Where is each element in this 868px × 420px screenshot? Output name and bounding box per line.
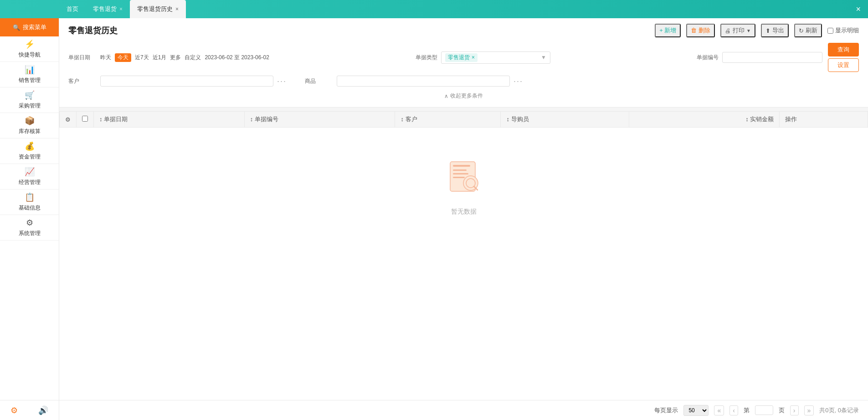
toolbar: + 新增 🗑 删除 🖨 🖨 打印 打印 ▼ ⬆ 导出 ↻ 刷新 (655, 24, 859, 37)
sidebar-item-finance[interactable]: 💰 资金管理 (0, 138, 59, 164)
th-guide[interactable]: ↕ 导购员 (501, 112, 629, 128)
show-detail-checkbox-label[interactable]: 显示明细 (827, 26, 859, 35)
empty-state: 暂无数据 (60, 128, 868, 243)
content-area: 零售退货历史 + 新增 🗑 删除 🖨 🖨 打印 打印 ▼ ⬆ 导出 (59, 18, 868, 420)
export-icon: ⬆ (765, 27, 770, 34)
audio-bottom-icon[interactable]: 🔊 (38, 405, 48, 415)
export-button[interactable]: ⬆ 导出 (761, 24, 789, 37)
th-bill-no[interactable]: ↕ 单据编号 (244, 112, 395, 128)
delete-button[interactable]: 🗑 删除 (686, 24, 715, 37)
date-shortcut-1month[interactable]: 近1月 (153, 54, 167, 61)
th-customer[interactable]: ↕ 客户 (395, 112, 501, 128)
sidebar-item-system[interactable]: ⚙ 系统管理 (0, 215, 59, 241)
bill-type-dropdown-icon: ▼ (541, 54, 546, 61)
inventory-icon: 📦 (25, 116, 35, 126)
sidebar-item-basic-info[interactable]: 📋 基础信息 (0, 190, 59, 215)
close-tab-retail-return-history[interactable]: × (175, 6, 179, 12)
th-date[interactable]: ↕ 单据日期 (94, 112, 245, 128)
sidebar-item-purchase[interactable]: 🛒 采购管理 (0, 87, 59, 113)
close-tab-retail-return[interactable]: × (119, 6, 123, 12)
table-container: ⚙ ↕ 单据日期 ↕ 单据编号 (59, 111, 868, 400)
first-page-button[interactable]: « (714, 405, 724, 415)
bill-type-select[interactable]: 零售退货 × ▼ (441, 51, 550, 64)
sidebar-search[interactable]: 🔍 搜索菜单 (0, 18, 59, 36)
sidebar-item-sales[interactable]: 📊 销售管理 (0, 62, 59, 87)
th-settings[interactable]: ⚙ (60, 112, 77, 128)
date-range-value: 2023-06-02 至 2023-06-02 (205, 54, 269, 61)
print-button[interactable]: 🖨 🖨 打印 打印 ▼ (720, 24, 755, 37)
bill-no-input[interactable] (722, 52, 822, 63)
page-unit: 页 (779, 406, 785, 415)
bill-no-filter-label: 单据编号 (690, 54, 722, 61)
th-checkbox[interactable] (77, 112, 94, 128)
bill-type-tag-remove[interactable]: × (472, 54, 475, 61)
table-settings-icon[interactable]: ⚙ (65, 116, 71, 123)
basic-info-icon: 📋 (25, 192, 35, 202)
svg-rect-1 (453, 165, 470, 167)
new-button[interactable]: + 新增 (655, 24, 681, 37)
sidebar: 🔍 搜索菜单 ⚡ 快捷导航 📊 销售管理 🛒 采购管理 📦 库存核算 💰 资金管… (0, 18, 59, 420)
date-shortcuts: 昨天 今天 近7天 近1月 更多 自定义 (100, 53, 201, 62)
page-total: 共0页, 0条记录 (819, 406, 859, 415)
date-shortcut-yesterday[interactable]: 昨天 (100, 54, 111, 61)
query-button[interactable]: 查询 (828, 43, 859, 56)
filter-row-1: 单据日期 昨天 今天 近7天 近1月 更多 自定义 2023-06-02 至 2… (68, 43, 859, 72)
tab-retail-return-history[interactable]: 零售退货历史 × (130, 0, 186, 18)
date-shortcut-custom[interactable]: 自定义 (185, 54, 201, 61)
collapse-button[interactable]: ∧ 收起更多条件 (68, 90, 859, 103)
print-dropdown-icon: ▼ (746, 28, 751, 33)
sidebar-item-quick-nav[interactable]: ⚡ 快捷导航 (0, 36, 59, 62)
sidebar-item-inventory[interactable]: 📦 库存核算 (0, 113, 59, 138)
page-header: 零售退货历史 + 新增 🗑 删除 🖨 🖨 打印 打印 ▼ ⬆ 导出 (59, 18, 868, 108)
select-all-checkbox[interactable] (82, 116, 88, 122)
page-title: 零售退货历史 (68, 25, 118, 36)
tab-retail-return[interactable]: 零售退货 × (86, 0, 130, 18)
customer-input[interactable] (100, 76, 273, 87)
page-size-label: 每页显示 (654, 406, 678, 415)
last-page-button[interactable]: » (804, 405, 814, 415)
collapse-icon: ∧ (444, 93, 448, 99)
data-table: ⚙ ↕ 单据日期 ↕ 单据编号 (59, 111, 868, 243)
settings-bottom-icon[interactable]: ⚙ (10, 405, 18, 415)
svg-rect-2 (453, 169, 467, 171)
th-amount[interactable]: ↕ 实销金额 (629, 112, 780, 128)
empty-icon (441, 155, 487, 200)
page-size-select[interactable]: 20 50 100 (683, 405, 709, 416)
date-shortcut-more[interactable]: 更多 (170, 54, 181, 61)
show-detail-checkbox[interactable] (827, 28, 833, 34)
empty-text: 暂无数据 (451, 208, 477, 216)
date-shortcut-today[interactable]: 今天 (115, 53, 131, 62)
sidebar-bottom: ⚙ 🔊 (0, 400, 59, 420)
operations-icon: 📈 (25, 167, 35, 177)
goods-more-icon[interactable]: ··· (514, 77, 523, 86)
purchase-icon: 🛒 (25, 90, 35, 100)
refresh-icon: ↻ (799, 27, 804, 34)
tab-home[interactable]: 首页 (59, 0, 86, 18)
page-number-input[interactable]: 1 (755, 405, 773, 415)
window-close-button[interactable]: × (856, 5, 861, 14)
filter-row-2: 客户 ··· 商品 ··· (68, 76, 859, 87)
finance-icon: 💰 (25, 141, 35, 151)
print-icon: 🖨 (725, 27, 731, 34)
date-filter-label: 单据日期 (68, 54, 100, 61)
refresh-button[interactable]: ↻ 刷新 (794, 24, 822, 37)
goods-filter-label: 商品 (305, 77, 337, 85)
svg-rect-3 (453, 173, 468, 174)
filter-area: 单据日期 昨天 今天 近7天 近1月 更多 自定义 2023-06-02 至 2… (68, 43, 859, 107)
system-icon: ⚙ (26, 218, 33, 228)
pagination-bar: 每页显示 20 50 100 « ‹ 第 1 页 › » 共0页, 0条记录 (59, 400, 868, 420)
top-bar: 首页 零售退货 × 零售退货历史 × × (0, 0, 868, 18)
next-page-button[interactable]: › (790, 405, 799, 415)
prev-page-button[interactable]: ‹ (729, 405, 738, 415)
th-action: 操作 (780, 112, 868, 128)
setting-button[interactable]: 设置 (828, 58, 859, 72)
page-label: 第 (744, 406, 750, 415)
bill-type-filter-label: 单据类型 (409, 54, 441, 61)
customer-filter-label: 客户 (68, 77, 100, 85)
sidebar-item-operations[interactable]: 📈 经营管理 (0, 164, 59, 190)
search-icon: 🔍 (13, 24, 20, 31)
date-shortcut-7days[interactable]: 近7天 (135, 54, 149, 61)
svg-rect-4 (453, 177, 465, 178)
customer-more-icon[interactable]: ··· (277, 77, 287, 86)
goods-input[interactable] (337, 76, 510, 87)
